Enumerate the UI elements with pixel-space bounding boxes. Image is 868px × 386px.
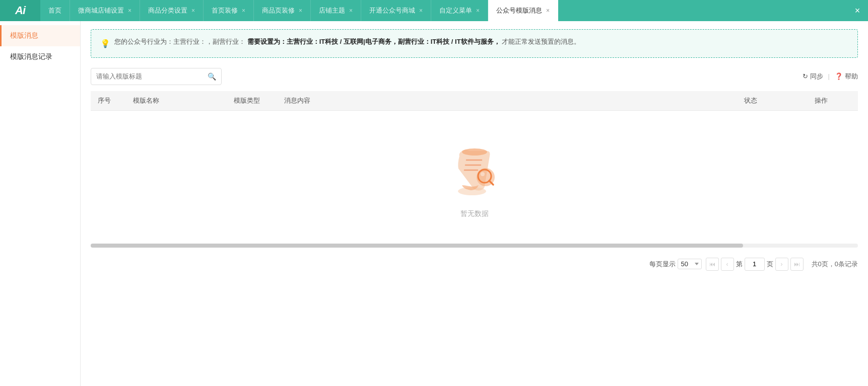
nav-tab-close-shop-theme[interactable]: × (349, 7, 353, 14)
page-suffix: 页 (767, 260, 773, 269)
total-info: 共0页，0条记录 (812, 260, 858, 269)
industry-alert: 💡 您的公众号行业为：主营行业：，副营行业： 需要设置为：主营行业：IT科技 /… (91, 29, 858, 58)
nav-tab-shop-theme[interactable]: 店铺主题 × (311, 0, 361, 21)
nav-tab-open-mall[interactable]: 开通公众号商城 × (361, 0, 431, 21)
search-bar: 🔍 ↻ 同步 | ❓ 帮助 (91, 68, 858, 85)
pagination: 每页显示 102050100 ⏮ ‹ 第 页 › ⏭ 共0页，0条记录 (91, 253, 858, 273)
top-nav: Ai 首页微商城店铺设置 ×商品分类设置 ×首页装修 ×商品页装修 ×店铺主题 … (0, 0, 868, 21)
bulb-icon: 💡 (100, 37, 110, 50)
page-size-select: 每页显示 102050100 (649, 259, 702, 269)
sync-button[interactable]: ↻ 同步 (803, 72, 823, 81)
search-input[interactable] (96, 72, 208, 80)
nav-tab-custom-menu[interactable]: 自定义菜单 × (431, 0, 488, 21)
last-page-button[interactable]: ⏭ (790, 258, 804, 271)
template-table: 序号模版名称模版类型消息内容状态操作 (91, 91, 858, 239)
nav-tab-template-msg[interactable]: 公众号模版消息 × (488, 0, 558, 21)
nav-tabs: 首页微商城店铺设置 ×商品分类设置 ×首页装修 ×商品页装修 ×店铺主题 ×开通… (40, 0, 847, 21)
nav-tab-close-category-setting[interactable]: × (191, 7, 195, 14)
sync-icon: ↻ (803, 72, 808, 80)
nav-tab-close-custom-menu[interactable]: × (476, 7, 480, 14)
page-nav: ⏮ ‹ 第 页 › ⏭ (706, 258, 804, 271)
col-header-status: 状态 (737, 91, 808, 111)
app-logo: Ai (0, 0, 40, 21)
nav-tab-home-decor[interactable]: 首页装修 × (204, 0, 254, 21)
page-prefix: 第 (736, 260, 743, 269)
nav-tab-close-open-mall[interactable]: × (419, 7, 423, 14)
col-header-seq: 序号 (91, 91, 126, 111)
horizontal-scrollbar[interactable] (91, 244, 858, 248)
nav-tab-home[interactable]: 首页 (40, 0, 70, 21)
toolbar-divider: | (828, 72, 830, 80)
nav-tab-product-decor[interactable]: 商品页装修 × (254, 0, 311, 21)
toolbar-right: ↻ 同步 | ❓ 帮助 (803, 72, 858, 81)
help-button[interactable]: ❓ 帮助 (835, 72, 858, 81)
nav-tab-category-setting[interactable]: 商品分类设置 × (140, 0, 204, 21)
table-body: 暂无数据 (91, 110, 858, 239)
page-number-input[interactable] (745, 258, 765, 271)
nav-tab-weshop-setting[interactable]: 微商城店铺设置 × (70, 0, 140, 21)
global-close-button[interactable]: × (847, 0, 868, 21)
first-page-button[interactable]: ⏮ (706, 258, 719, 271)
search-icon[interactable]: 🔍 (208, 72, 216, 81)
app-body: 模版消息模版消息记录 💡 您的公众号行业为：主营行业：，副营行业： 需要设置为：… (0, 21, 868, 386)
nav-tab-close-home-decor[interactable]: × (242, 7, 245, 14)
next-page-button[interactable]: › (775, 258, 788, 271)
table-header-row: 序号模版名称模版类型消息内容状态操作 (91, 91, 858, 111)
col-header-type: 模版类型 (227, 91, 277, 111)
nav-tab-close-template-msg[interactable]: × (546, 7, 550, 14)
svg-point-8 (481, 172, 485, 176)
empty-row: 暂无数据 (91, 110, 858, 239)
scroll-thumb[interactable] (91, 244, 743, 248)
nav-tab-close-weshop-setting[interactable]: × (128, 7, 131, 14)
main-content: 💡 您的公众号行业为：主营行业：，副营行业： 需要设置为：主营行业：IT科技 /… (81, 21, 868, 386)
sidebar: 模版消息模版消息记录 (0, 21, 81, 386)
empty-state: 暂无数据 (91, 111, 858, 239)
nav-tab-close-product-decor[interactable]: × (299, 7, 302, 14)
help-icon: ❓ (835, 72, 843, 80)
svg-point-1 (462, 148, 487, 156)
empty-text: 暂无数据 (460, 209, 489, 218)
table-header: 序号模版名称模版类型消息内容状态操作 (91, 91, 858, 111)
col-header-name: 模版名称 (126, 91, 227, 111)
col-header-action: 操作 (808, 91, 858, 111)
prev-page-button[interactable]: ‹ (721, 258, 734, 271)
search-input-wrap: 🔍 (91, 68, 222, 85)
sidebar-item-template-msg[interactable]: 模版消息 (0, 25, 80, 46)
alert-text: 您的公众号行业为：主营行业：，副营行业： 需要设置为：主营行业：IT科技 / 互… (114, 37, 580, 47)
page-size-dropdown[interactable]: 102050100 (678, 259, 702, 269)
sidebar-item-template-msg-records[interactable]: 模版消息记录 (0, 46, 80, 67)
page-size-label: 每页显示 (649, 260, 676, 269)
col-header-content: 消息内容 (277, 91, 737, 111)
empty-illustration (444, 141, 505, 201)
